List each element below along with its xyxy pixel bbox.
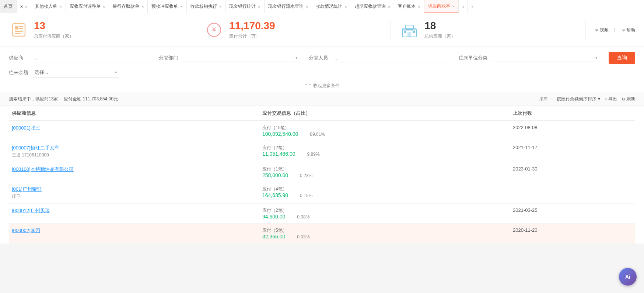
balance-placeholder: 选择... bbox=[35, 69, 48, 76]
filter-row-1: 供应商 分管部门 ▾ 分管人员 往来单位分类 ▾ 查询 bbox=[9, 52, 635, 64]
nav-tab-overdue[interactable]: 超期应收款查询 × bbox=[351, 0, 394, 13]
close-icon[interactable]: × bbox=[258, 4, 260, 9]
nav-tab-supplier-ledger[interactable]: 供应商账本 × bbox=[424, 0, 459, 13]
nav-tab-reconcile[interactable]: 收款核销执行 × bbox=[187, 0, 225, 13]
last-pay-cell: 2021-11-17 bbox=[510, 141, 635, 162]
nav-tab-bank[interactable]: 银行存取款单 × bbox=[109, 0, 148, 13]
supplier-link[interactable]: [000012]广州贝瑞 bbox=[12, 208, 50, 213]
nav-tab-collection-stats[interactable]: 收款情况统计 × bbox=[312, 0, 351, 13]
tx-amount[interactable]: 32,366.00 bbox=[262, 234, 285, 239]
close-icon[interactable]: × bbox=[306, 4, 308, 9]
tx-label: 应付（1笔） bbox=[262, 166, 507, 172]
nav-tab-bank-label: 银行存取款单 bbox=[113, 3, 139, 10]
refresh-button[interactable]: ↻ 刷新 bbox=[622, 96, 635, 102]
supplier-sub-info: 仔仔 bbox=[12, 193, 256, 200]
close-icon[interactable]: × bbox=[388, 4, 390, 9]
nav-arrow-left[interactable]: ‹ bbox=[459, 0, 468, 13]
summary-card-payable-total-text: 11,170.39 应付合计（万） bbox=[229, 20, 275, 39]
nav-arrow-right[interactable]: › bbox=[468, 0, 476, 13]
tx-cell: 应付（5笔）32,366.000.03% bbox=[259, 224, 510, 244]
tx-amount[interactable]: 164,635.90 bbox=[262, 192, 288, 198]
result-amount: 应付金额 111,703,854.00元 bbox=[64, 96, 118, 102]
balance-filter-select[interactable]: 选择... ▾ bbox=[32, 68, 119, 77]
last-pay-cell bbox=[510, 182, 635, 204]
tx-amount[interactable]: 258,000.00 bbox=[262, 172, 288, 178]
supplier-filter-input[interactable] bbox=[32, 54, 150, 62]
col-header-tx: 应付交易信息（占比） bbox=[259, 106, 510, 121]
chevron-down-icon: ▾ bbox=[595, 55, 598, 60]
help-link[interactable]: ⊙ 帮助 bbox=[622, 27, 635, 33]
close-icon[interactable]: × bbox=[25, 4, 27, 9]
nav-tab-cash-stats[interactable]: 现金银行统计 × bbox=[225, 0, 264, 13]
table-row: [000012]广州贝瑞应付（2笔）94,600.000.08%2021-03-… bbox=[9, 204, 635, 224]
svg-rect-5 bbox=[15, 33, 21, 34]
supplier-sub-info: 王通 17106110000 bbox=[12, 152, 256, 158]
supplier-cell: [001]广州荣轩仔仔 bbox=[9, 182, 259, 204]
nav-tab-overdue-label: 超期应收款查询 bbox=[355, 3, 386, 10]
close-icon[interactable]: × bbox=[141, 4, 144, 9]
supplier-link[interactable]: [000001]张三 bbox=[12, 125, 40, 131]
tx-amount[interactable]: 100,092,540.00 bbox=[262, 131, 298, 137]
tx-percentage: 0.15% bbox=[300, 193, 312, 198]
close-icon[interactable]: × bbox=[344, 4, 347, 9]
tx-label: 应付（2笔） bbox=[262, 207, 507, 214]
tx-amount[interactable]: 94,600.00 bbox=[262, 214, 285, 220]
tx-amount[interactable]: 11,051,486.00 bbox=[262, 151, 295, 157]
result-summary: 搜索结果中，供应商13家 应付金额 111,703,854.00元 bbox=[9, 96, 118, 102]
filter-item-category: 往来单位分类 ▾ bbox=[459, 54, 600, 62]
person-filter-input[interactable] bbox=[332, 54, 450, 62]
close-icon[interactable]: × bbox=[418, 4, 420, 9]
close-icon[interactable]: × bbox=[219, 4, 221, 9]
nav-tab-customer-ledger[interactable]: 客户账本 × bbox=[394, 0, 424, 13]
close-icon[interactable]: × bbox=[180, 4, 182, 9]
table-row: [001]广州荣轩仔仔应付（4笔）164,635.900.15% bbox=[9, 182, 635, 204]
tx-label: 应付（2笔） bbox=[262, 145, 507, 151]
close-icon[interactable]: × bbox=[452, 4, 455, 8]
tx-cell: 应付（4笔）164,635.900.15% bbox=[259, 182, 510, 204]
last-pay-date: 2023-01-30 bbox=[513, 166, 538, 172]
last-pay-cell: 2021-03-25 bbox=[510, 204, 635, 224]
nav-tab-home[interactable]: 首页 bbox=[0, 0, 17, 13]
tx-label: 应付（15笔） bbox=[262, 125, 507, 131]
result-supplier-count: 搜索结果中，供应商13家 bbox=[9, 96, 58, 102]
tx-cell: 应付（1笔）258,000.000.23% bbox=[259, 162, 510, 182]
nav-tab-other-income[interactable]: 其他收入单 × bbox=[31, 0, 66, 13]
nav-tab-adjust[interactable]: 应收应付调整单 × bbox=[66, 0, 109, 13]
nav-tab-prepay[interactable]: 预收冲应收单 × bbox=[148, 0, 186, 13]
close-icon[interactable]: × bbox=[59, 4, 62, 9]
nav-tab-3[interactable]: 3 × bbox=[17, 0, 31, 13]
supplier-link[interactable]: [000002]李四 bbox=[12, 228, 40, 233]
nav-tab-adjust-label: 应收应付调整单 bbox=[70, 3, 101, 10]
supplier-link[interactable]: [001]广州荣轩 bbox=[12, 186, 42, 192]
filter-item-supplier: 供应商 bbox=[9, 54, 150, 62]
svg-rect-1 bbox=[15, 26, 18, 30]
result-bar: 搜索结果中，供应商13家 应付金额 111,703,854.00元 排序： 按应… bbox=[0, 93, 644, 106]
supplier-cell: [000007]恒旺二手叉车王通 17106110000 bbox=[9, 141, 259, 162]
chevron-down-icon: ▾ bbox=[295, 55, 298, 60]
dept-filter-select[interactable]: ▾ bbox=[182, 54, 300, 62]
tx-label: 应付（5笔） bbox=[262, 227, 507, 234]
divider: | bbox=[615, 27, 616, 32]
tx-label: 应付（4笔） bbox=[262, 186, 507, 192]
category-filter-select[interactable]: ▾ bbox=[490, 54, 600, 62]
person-filter-label: 分管人员 bbox=[309, 55, 329, 61]
nav-tab-cash-flow-label: 现金银行流水查询 bbox=[268, 3, 304, 10]
supplier-link[interactable]: [000007]恒旺二手叉车 bbox=[12, 145, 59, 151]
collapse-btn[interactable]: ⌃⌃ 收起更多条件 bbox=[9, 81, 635, 90]
last-pay-date: 2021-11-17 bbox=[513, 145, 538, 150]
tx-percentage: 0.03% bbox=[297, 234, 309, 239]
sort-select[interactable]: 按应付余额倒序排序 ▾ bbox=[557, 96, 600, 102]
nav-tab-cash-flow[interactable]: 现金银行流水查询 × bbox=[265, 0, 312, 13]
tx-cell: 应付（2笔）94,600.000.08% bbox=[259, 204, 510, 224]
tx-percentage: 89.61% bbox=[310, 132, 325, 137]
close-icon[interactable]: × bbox=[103, 4, 105, 9]
table-row: [000001]张三应付（15笔）100,092,540.0089.61%202… bbox=[9, 121, 635, 141]
supplier-link[interactable]: [000100]本特勤油品有限公司 bbox=[12, 166, 74, 172]
video-link[interactable]: ⊙ 视频 bbox=[595, 27, 608, 33]
query-button[interactable]: 查询 bbox=[609, 52, 635, 64]
supplier-cell: [000100]本特勤油品有限公司 bbox=[9, 162, 259, 182]
table-row: [000100]本特勤油品有限公司应付（1笔）258,000.000.23%20… bbox=[9, 162, 635, 182]
tx-percentage: 0.23% bbox=[300, 173, 312, 178]
last-pay-cell: 2022-08-08 bbox=[510, 121, 635, 141]
export-button[interactable]: ○ 导出 bbox=[605, 96, 617, 102]
